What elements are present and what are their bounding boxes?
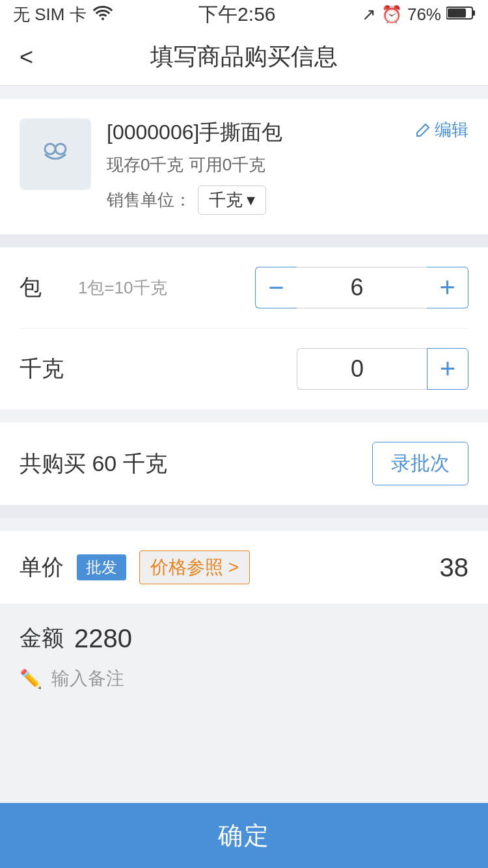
confirm-button-label: 确定 [218,819,270,852]
batch-button[interactable]: 录批次 [372,442,468,485]
input-section: 包 1包=10千克 − + 千克 + [0,247,488,409]
package-hint: 1包=10千克 [78,277,167,299]
package-row: 包 1包=10千克 − + [20,247,468,329]
amount-section: 金额 2280 ✏️ 输入备注 [0,604,488,711]
page-title: 填写商品购买信息 [150,41,338,73]
price-value: 38 [440,553,469,582]
note-label: 输入备注 [51,666,124,691]
package-plus-button[interactable]: + [427,267,468,308]
back-button[interactable]: < [20,44,33,71]
amount-label: 金额 [20,623,64,653]
kg-qty-input[interactable] [297,348,427,390]
confirm-button[interactable]: 确定 [0,803,488,868]
package-label: 包 [20,273,72,303]
unit-select[interactable]: 千克 ▾ [198,185,266,215]
amount-row: 金额 2280 [20,623,468,653]
product-card: [0000006]手撕面包 现存0千克 可用0千克 销售单位： 千克 ▾ 编辑 [0,99,488,234]
unit-label: 销售单位： [107,189,191,211]
price-section: 单价 批发 价格参照 > 38 [0,531,488,604]
kg-plus-button[interactable]: + [427,348,468,390]
section-divider-1 [0,234,488,247]
alarm-icon: ⏰ [381,5,402,25]
svg-point-3 [45,144,55,154]
dropdown-arrow-icon: ▾ [247,190,255,210]
kg-label: 千克 [20,354,72,384]
carrier-label: 无 SIM 卡 [13,3,87,26]
product-thumbnail [20,118,91,190]
price-badge: 批发 [77,554,126,580]
wifi-icon [93,5,113,25]
nav-bar: < 填写商品购买信息 [0,29,488,86]
svg-rect-1 [472,10,475,16]
status-time: 下午2:56 [198,1,275,28]
pencil-icon: ✏️ [20,668,42,690]
location-icon: ↗ [362,5,376,25]
battery-icon [446,5,475,25]
status-bar: 无 SIM 卡 下午2:56 ↗ ⏰ 76% [0,0,488,29]
edit-btn-wrap: 编辑 [415,118,468,141]
svg-point-4 [55,144,66,154]
note-row[interactable]: ✏️ 输入备注 [20,666,468,704]
kg-label-wrap: 千克 [20,354,72,384]
section-divider-2 [0,505,488,518]
product-name: [0000006]手撕面包 [107,118,400,147]
package-qty-control: − + [255,267,468,308]
summary-text: 共购买 60 千克 [20,449,167,479]
svg-rect-2 [448,8,466,18]
price-label: 单价 [20,552,64,582]
kg-qty-control: + [297,348,468,390]
product-stock: 现存0千克 可用0千克 [107,154,400,176]
product-info: [0000006]手撕面包 现存0千克 可用0千克 销售单位： 千克 ▾ [107,118,400,215]
package-qty-input[interactable] [297,267,427,308]
price-ref-button[interactable]: 价格参照 > [139,550,250,584]
edit-button[interactable]: 编辑 [415,118,468,141]
kg-row: 千克 + [20,329,468,409]
package-minus-button[interactable]: − [255,267,297,308]
amount-value: 2280 [74,624,132,653]
status-left: 无 SIM 卡 [13,3,113,26]
product-unit-row: 销售单位： 千克 ▾ [107,185,400,215]
battery-label: 76% [407,5,441,25]
package-label-wrap: 包 1包=10千克 [20,273,167,303]
summary-section: 共购买 60 千克 录批次 [0,422,488,505]
status-right: ↗ ⏰ 76% [362,5,475,25]
